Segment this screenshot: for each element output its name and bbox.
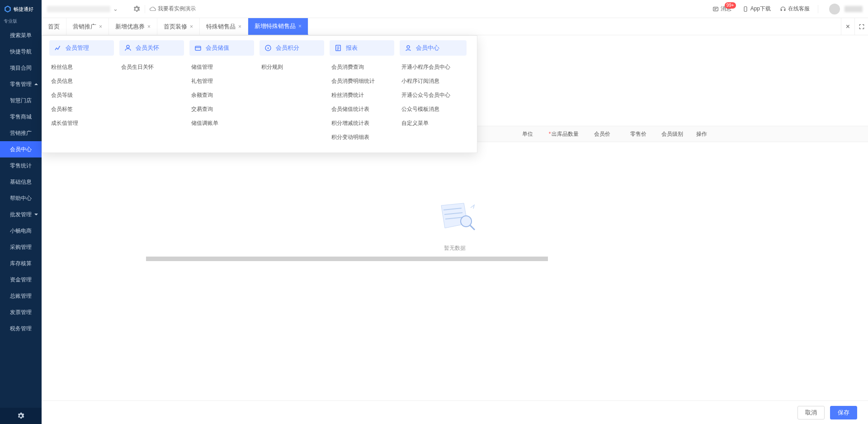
tab-label: 新增优惠券 [115, 23, 145, 31]
th-member-price: 会员价 [584, 130, 620, 138]
mega-link[interactable]: 积分变动明细表 [330, 130, 394, 144]
mega-link[interactable]: 会员消费查询 [330, 60, 394, 74]
sidebar-retail-child-3[interactable]: 会员中心 [0, 141, 42, 157]
org-name-blur [47, 6, 110, 12]
mega-col-member-care: 会员关怀 会员生日关怀 [117, 40, 187, 144]
sidebar-quicknav[interactable]: 快捷导航 [0, 43, 42, 60]
tab-home[interactable]: 首页 [42, 18, 66, 35]
close-icon[interactable]: × [99, 24, 102, 30]
mega-title: 会员管理 [66, 44, 89, 52]
th-unit: 单位 [512, 130, 543, 138]
mega-link[interactable]: 粉丝信息 [49, 60, 114, 74]
tab-new-special[interactable]: 新增特殊销售品× [248, 18, 308, 35]
sidebar-retail[interactable]: 零售管理 [0, 76, 42, 92]
topbar-service[interactable]: 在线客服 [780, 5, 810, 13]
mega-col-member-points: ¥ 会员积分 积分规则 [257, 40, 327, 144]
topbar-message[interactable]: 消息 99+ [712, 5, 731, 13]
footer: 取消 保存 [42, 400, 868, 424]
close-icon[interactable]: × [298, 23, 302, 29]
brand-edition: 专业版 [0, 18, 42, 24]
svg-point-9 [407, 46, 410, 48]
coin-icon: ¥ [264, 44, 272, 52]
mega-link[interactable]: 粉丝消费统计 [330, 88, 394, 102]
sidebar-invoice[interactable]: 发票管理 [0, 304, 42, 320]
mega-link[interactable]: 积分增减统计表 [330, 116, 394, 130]
sidebar-retail-child-6[interactable]: 帮助中心 [0, 190, 42, 206]
sidebar-inventory[interactable]: 库存核算 [0, 255, 42, 272]
avatar[interactable] [829, 4, 840, 14]
mega-head: 会员中心 [400, 40, 467, 56]
svg-rect-0 [713, 7, 718, 10]
tab-label: 首页 [48, 23, 60, 31]
user-icon [124, 44, 132, 52]
mega-link[interactable]: 会员生日关怀 [119, 60, 184, 74]
mega-link[interactable]: 开通小程序会员中心 [400, 60, 467, 74]
sidebar-fund[interactable]: 资金管理 [0, 272, 42, 288]
settings-icon[interactable] [133, 5, 140, 13]
mega-link[interactable]: 会员等级 [49, 88, 114, 102]
mega-col-member-center: 会员中心 开通小程序会员中心 小程序订阅消息 开通公众号会员中心 公众号模板消息… [397, 40, 469, 144]
sidebar-tax[interactable]: 税务管理 [0, 320, 42, 337]
tab-fullscreen[interactable] [854, 18, 868, 35]
tab-marketing[interactable]: 营销推广× [66, 18, 109, 35]
mega-menu: 会员管理 粉丝信息 会员信息 会员等级 会员标签 成长值管理 会员关怀 会员生日… [42, 35, 477, 153]
tab-coupon[interactable]: 新增优惠券× [109, 18, 157, 35]
message-badge: 99+ [725, 2, 736, 9]
cancel-button[interactable]: 取消 [797, 406, 825, 419]
demo-link[interactable]: 我要看实例演示 [150, 5, 196, 13]
mega-link[interactable]: 会员信息 [49, 74, 114, 88]
close-icon[interactable]: × [190, 24, 193, 30]
tab-label: 首页装修 [164, 23, 187, 31]
sidebar-project[interactable]: 项目合同 [0, 60, 42, 76]
mega-link[interactable]: 会员消费明细统计 [330, 74, 394, 88]
mega-link[interactable]: 会员储值统计表 [330, 102, 394, 116]
mega-col-member-deposit: 会员储值 储值管理 礼包管理 余额查询 交易查询 储值调账单 [187, 40, 257, 144]
tab-label: 特殊销售品 [206, 23, 236, 31]
sidebar-retail-child-5[interactable]: 基础信息 [0, 174, 42, 190]
topbar: ⌄ 我要看实例演示 消息 99+ App下载 在线客服 [42, 0, 868, 18]
tab-close-all[interactable]: × [841, 18, 854, 35]
mega-title: 会员储值 [206, 44, 229, 52]
user-name [844, 6, 863, 12]
logo: 畅捷通好 [0, 0, 42, 18]
mega-title: 会员中心 [416, 44, 439, 52]
mega-link[interactable]: 礼包管理 [189, 74, 254, 88]
sidebar-ledger[interactable]: 总账管理 [0, 288, 42, 304]
demo-label: 我要看实例演示 [158, 5, 196, 13]
mega-link[interactable]: 余额查询 [189, 88, 254, 102]
sidebar-xiaochang[interactable]: 小畅电商 [0, 223, 42, 239]
mega-link[interactable]: 积分规则 [259, 60, 324, 74]
tab-decor[interactable]: 首页装修× [157, 18, 200, 35]
mega-head: 会员管理 [49, 40, 114, 56]
mega-link[interactable]: 交易查询 [189, 102, 254, 116]
sidebar-wholesale[interactable]: 批发管理 [0, 206, 42, 223]
mega-head: 报表 [330, 40, 394, 56]
sidebar-retail-child-1[interactable]: 零售商城 [0, 109, 42, 125]
mega-link[interactable]: 小程序订阅消息 [400, 74, 467, 88]
mega-title: 会员关怀 [136, 44, 159, 52]
close-icon[interactable]: × [238, 24, 241, 30]
mega-link[interactable]: 储值调账单 [189, 116, 254, 130]
topbar-app[interactable]: App下载 [742, 5, 771, 13]
horizontal-scrollbar[interactable] [96, 257, 814, 261]
mega-link[interactable]: 会员标签 [49, 102, 114, 116]
mega-link[interactable]: 储值管理 [189, 60, 254, 74]
mega-link[interactable]: 自定义菜单 [400, 116, 467, 130]
sidebar-purchase[interactable]: 采购管理 [0, 239, 42, 255]
sidebar-settings[interactable] [0, 408, 42, 424]
tab-special[interactable]: 特殊销售品× [200, 18, 248, 35]
sidebar-search[interactable]: 搜索菜单 [0, 27, 42, 43]
sidebar-retail-child-2[interactable]: 营销推广 [0, 125, 42, 141]
phone-icon [742, 6, 749, 12]
sidebar-retail-child-4[interactable]: 零售统计 [0, 157, 42, 174]
sidebar-retail-child-0[interactable]: 智慧门店 [0, 92, 42, 109]
org-selector[interactable]: ⌄ [47, 5, 128, 12]
close-icon[interactable]: × [147, 24, 151, 30]
mega-link[interactable]: 开通公众号会员中心 [400, 88, 467, 102]
mega-title: 报表 [346, 44, 358, 52]
service-label: 在线客服 [788, 5, 810, 13]
mega-link[interactable]: 成长值管理 [49, 116, 114, 130]
mega-link[interactable]: 公众号模板消息 [400, 102, 467, 116]
save-button[interactable]: 保存 [830, 406, 857, 419]
mega-head: ¥ 会员积分 [259, 40, 324, 56]
